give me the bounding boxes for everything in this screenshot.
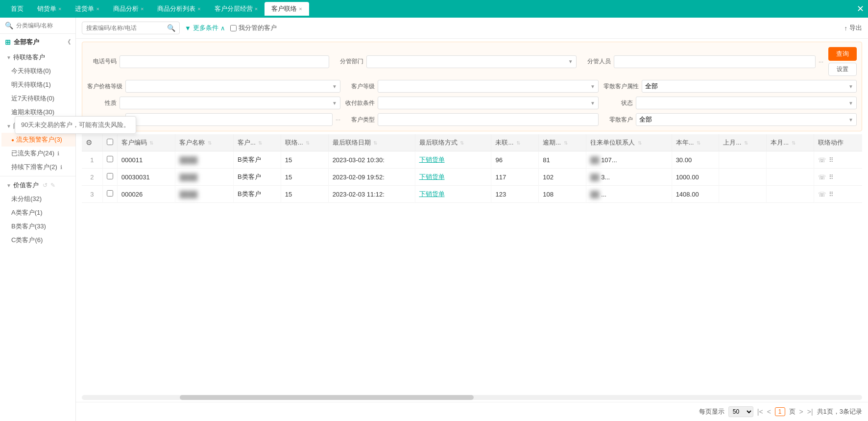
tab-product-list[interactable]: 商品分析列表 × [150,2,207,16]
sidebar-item-today[interactable]: 今天待联络(0) [1,64,75,78]
tab-customer-contact-close[interactable]: × [299,6,302,12]
refresh-icon[interactable]: ↺ [43,182,48,189]
sort-icon-unit[interactable]: ⇅ [638,140,642,146]
tab-customer-layer[interactable]: 客户分层经营 × [208,2,265,16]
filter-region-more[interactable]: ··· [336,116,340,123]
sidebar-item-churned[interactable]: 已流失客户(24) ℹ [1,147,75,160]
row-checkbox-0[interactable] [107,156,113,162]
filter-manager-more[interactable]: ··· [819,58,823,65]
tab-sales-close[interactable]: × [58,6,61,12]
tab-purchase[interactable]: 进货单 × [68,2,106,16]
sidebar-item-7days[interactable]: 近7天待联络(0) [1,92,75,105]
cell-checkbox-1[interactable] [102,169,117,186]
sidebar-item-churned-label: 已流失客户(24) [11,149,54,158]
column-settings-icon[interactable]: ⚙ [86,138,92,147]
filter-zero-attr-select[interactable]: 全部 ▼ [642,80,857,93]
query-button[interactable]: 查询 [828,47,857,61]
cell-method-1[interactable]: 下销货单 [415,169,491,186]
cell-this-month-0 [767,151,814,169]
cell-name-0: ████ [175,151,234,169]
action-contact-icon-2[interactable]: ☏ [818,191,826,198]
sidebar-item-declining[interactable]: 持续下滑客户(2) ℹ [1,160,75,174]
action-more-icon-2[interactable]: ⠿ [829,191,834,198]
sidebar-item-ungroup[interactable]: 未分组(32) [1,192,75,206]
sidebar-search-input[interactable] [16,22,71,29]
filter-manager-select[interactable] [614,55,816,68]
search-input[interactable] [86,25,164,31]
sidebar-item-churn-warning[interactable]: ● 流失预警客户(3) [1,133,75,147]
filter-dept-select[interactable]: ▼ [366,55,576,68]
sort-icon-type[interactable]: ⇅ [258,140,262,146]
filter-phone-input[interactable] [120,55,329,68]
filter-region-select[interactable] [125,113,333,126]
row-checkbox-1[interactable] [107,173,113,179]
select-all-checkbox[interactable] [107,139,113,145]
prev-page-btn[interactable]: < [767,408,771,416]
settings-button[interactable]: 设置 [828,63,857,76]
sort-icon-contact[interactable]: ⇅ [306,140,310,146]
tab-product-list-close[interactable]: × [197,6,200,12]
my-customers-checkbox-wrap[interactable]: 我分管的客户 [230,24,277,32]
sort-icon-name[interactable]: ⇅ [208,140,212,146]
cell-checkbox-0[interactable] [102,151,117,169]
filter-price-level-select[interactable]: ▼ [125,80,340,93]
sidebar-item-tomorrow[interactable]: 明天待联络(1) [1,78,75,92]
method-link-0[interactable]: 下销货单 [419,156,445,163]
sort-icon-date[interactable]: ⇅ [373,140,377,146]
sidebar-section-value-header[interactable]: ▼ 价值客户 ↺ ✎ [1,178,75,192]
filter-more-btn[interactable]: ▼ 更多条件 ∧ [185,24,225,32]
sidebar-item-c-class[interactable]: C类客户(6) [1,233,75,247]
sort-icon-last-month[interactable]: ⇅ [744,140,748,146]
per-page-select[interactable]: 50 100 [728,406,753,417]
method-link-1[interactable]: 下销货单 [419,173,445,180]
tab-product-analysis-close[interactable]: × [141,6,144,12]
tab-home[interactable]: 首页 [4,2,30,16]
next-page-btn[interactable]: > [799,408,803,416]
filter-zero-customer-select[interactable]: 全部 ▼ [636,113,857,126]
sidebar-section-pending-header[interactable]: ▼ 待联络客户 [1,50,75,64]
sort-icon-this-month[interactable]: ⇅ [792,140,796,146]
sort-icon-uncontacted[interactable]: ⇅ [516,140,520,146]
bottom-scrollbar[interactable] [82,395,862,400]
filter-status-select[interactable]: ▼ [636,97,857,109]
filter-payment-select[interactable]: ▼ [378,97,599,109]
cell-checkbox-2[interactable] [102,186,117,203]
tab-sales-label: 销货单 [37,4,56,13]
tab-customer-layer-close[interactable]: × [255,6,258,12]
export-btn[interactable]: ↑ 导出 [844,24,863,32]
sort-icon-overdue[interactable]: ⇅ [564,140,568,146]
tab-sales[interactable]: 销货单 × [30,2,68,16]
my-customers-checkbox[interactable] [230,25,237,31]
close-window-btn[interactable]: ✕ [857,3,864,14]
sidebar-all-customers[interactable]: ⊞ 全部客户 《 [0,34,75,50]
action-contact-icon-0[interactable]: ☏ [818,156,826,164]
sidebar-section-pending: ▼ 待联络客户 今天待联络(0) 明天待联络(1) 近7天待联络(0) 逾期未联… [0,50,75,119]
dot-icon: ● [11,137,14,143]
sidebar-item-a-class[interactable]: A类客户(1) [1,206,75,220]
search-submit-icon[interactable]: 🔍 [167,24,175,32]
filter-customer-level-select[interactable]: ▼ [378,80,599,93]
sort-icon-code[interactable]: ⇅ [149,140,153,146]
method-link-2[interactable]: 下销货单 [419,190,445,198]
tab-customer-contact-label: 客户联络 [271,4,297,13]
edit-icon[interactable]: ✎ [50,182,55,189]
last-page-btn[interactable]: >| [807,408,813,416]
filter-gender-select[interactable]: ▼ [120,97,340,109]
tab-customer-contact[interactable]: 客户联络 × [265,2,309,16]
row-checkbox-2[interactable] [107,190,113,197]
tab-purchase-close[interactable]: × [96,6,99,12]
cell-method-0[interactable]: 下销货单 [415,151,491,169]
action-more-icon-0[interactable]: ⠿ [829,156,834,164]
sort-icon-method[interactable]: ⇅ [460,140,464,146]
tab-product-analysis[interactable]: 商品分析 × [106,2,150,16]
action-more-icon-1[interactable]: ⠿ [829,173,834,181]
filter-customer-type-select[interactable] [378,113,599,126]
sort-icon-year[interactable]: ⇅ [697,140,700,146]
arrow-icon-pending: ▼ [6,55,11,60]
action-contact-icon-1[interactable]: ☏ [818,173,826,181]
cell-method-2[interactable]: 下销货单 [415,186,491,203]
sidebar-item-b-class[interactable]: B类客户(33) [1,220,75,233]
cell-code-2: 000026 [117,186,175,203]
tab-product-list-label: 商品分析列表 [157,4,195,13]
first-page-btn[interactable]: |< [757,408,763,416]
